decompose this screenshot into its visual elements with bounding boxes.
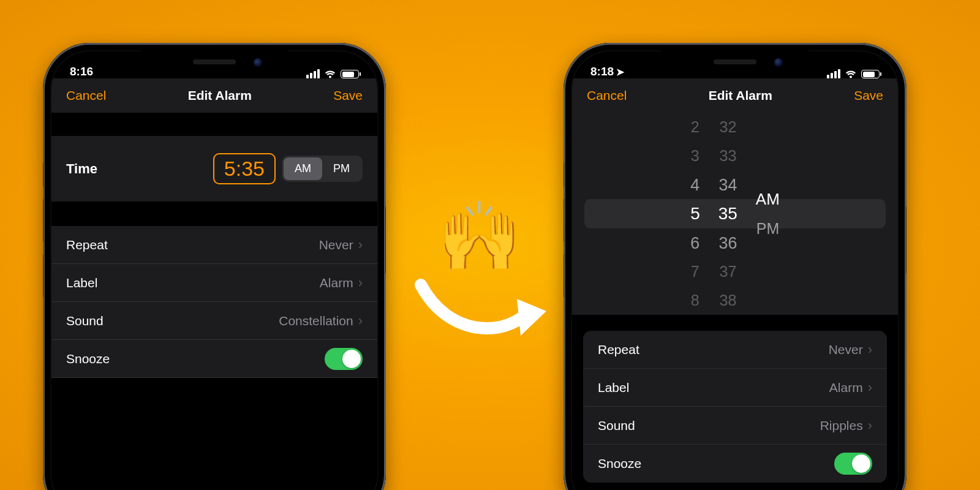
row-snooze: Snooze	[51, 340, 377, 378]
svg-marker-0	[517, 299, 546, 336]
chevron-right-icon: ›	[868, 418, 872, 434]
nav-title: Edit Alarm	[709, 88, 772, 103]
row-snooze: Snooze	[583, 445, 887, 483]
segment-am[interactable]: AM	[284, 157, 322, 180]
chevron-right-icon: ›	[358, 313, 363, 329]
segment-pm[interactable]: PM	[322, 157, 361, 180]
row-sound[interactable]: Sound Ripples ›	[583, 407, 887, 445]
location-icon: ➤	[616, 66, 624, 78]
arrow-icon	[412, 263, 546, 349]
signal-icon	[827, 69, 840, 78]
row-repeat[interactable]: Repeat Never ›	[583, 331, 887, 369]
row-value: Alarm	[829, 380, 863, 395]
nav-bar: Cancel Edit Alarm Save	[572, 78, 898, 113]
ampm-wheel[interactable]: AM PM	[756, 113, 780, 315]
time-label: Time	[66, 161, 97, 177]
row-value: Never	[319, 238, 353, 252]
wifi-icon	[323, 69, 337, 78]
row-label: Label	[66, 276, 97, 290]
chevron-right-icon: ›	[868, 380, 872, 396]
minute-wheel[interactable]: 32 33 34 35 36 37 38	[718, 113, 737, 315]
row-repeat[interactable]: Repeat Never ›	[51, 226, 377, 264]
snooze-toggle[interactable]	[325, 348, 363, 370]
row-label: Sound	[66, 314, 104, 328]
signal-icon	[306, 69, 320, 78]
chevron-right-icon: ›	[358, 237, 363, 253]
row-value: Ripples	[820, 418, 863, 433]
save-button[interactable]: Save	[854, 88, 883, 103]
row-label: Repeat	[598, 342, 639, 357]
cancel-button[interactable]: Cancel	[66, 88, 106, 103]
row-label: Repeat	[66, 238, 108, 252]
row-value: Alarm	[320, 276, 353, 290]
row-label: Snooze	[598, 456, 641, 471]
nav-title: Edit Alarm	[188, 88, 252, 103]
row-label: Sound	[598, 418, 635, 433]
row-value: Constellation	[279, 314, 353, 328]
row-label: Snooze	[66, 352, 110, 366]
battery-icon	[861, 70, 880, 78]
time-row: Time 5:35 AM PM	[51, 136, 377, 202]
wifi-icon	[844, 69, 858, 78]
chevron-right-icon: ›	[358, 275, 363, 291]
iphone-left: 8:16 Cancel Edit Alarm Save Time 5:35 AM	[43, 43, 386, 490]
ampm-segment[interactable]: AM PM	[282, 156, 363, 182]
battery-icon	[341, 70, 359, 78]
raised-hands-emoji: 🙌	[412, 202, 546, 270]
time-wheel-picker[interactable]: 2 3 4 5 6 7 8 32 33 34 35 36 37 38	[572, 113, 898, 315]
hour-wheel[interactable]: 2 3 4 5 6 7 8	[690, 113, 700, 315]
row-value: Never	[829, 342, 863, 357]
row-label-name[interactable]: Label Alarm ›	[583, 369, 887, 407]
transition-graphic: 🙌	[412, 202, 546, 349]
iphone-right: 8:18 ➤ Cancel Edit Alarm Save 2 3	[564, 43, 907, 490]
cancel-button[interactable]: Cancel	[587, 88, 627, 103]
time-value-field[interactable]: 5:35	[213, 153, 276, 184]
status-time: 8:18	[590, 65, 614, 78]
snooze-toggle[interactable]	[834, 453, 872, 475]
chevron-right-icon: ›	[868, 342, 872, 358]
notch	[662, 50, 809, 74]
nav-bar: Cancel Edit Alarm Save	[51, 78, 377, 113]
status-time: 8:16	[70, 65, 93, 78]
row-label-name[interactable]: Label Alarm ›	[51, 264, 377, 302]
notch	[141, 50, 288, 74]
row-sound[interactable]: Sound Constellation ›	[51, 302, 377, 340]
row-label: Label	[598, 380, 629, 395]
save-button[interactable]: Save	[333, 88, 363, 103]
